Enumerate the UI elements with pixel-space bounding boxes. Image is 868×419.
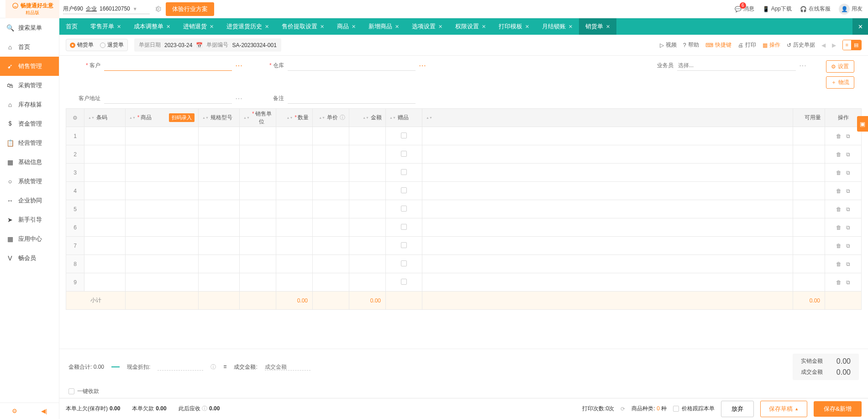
cell-price[interactable]	[313, 182, 349, 200]
delete-row-icon[interactable]: 🗑	[836, 279, 842, 286]
cell-spec[interactable]	[199, 273, 240, 292]
cell-gift[interactable]	[386, 200, 422, 218]
settings-button[interactable]: ⚙设置	[826, 60, 854, 73]
table-row[interactable]: 9🗑⧉	[66, 273, 862, 292]
sidebar-item-5[interactable]: ＄资金管理	[0, 114, 59, 133]
copy-row-icon[interactable]: ⧉	[846, 151, 850, 158]
cell-extra[interactable]	[422, 218, 793, 237]
doc-date[interactable]: 2023-03-24	[164, 42, 192, 48]
sort-icon[interactable]: ▲▼	[88, 117, 95, 119]
sort-icon[interactable]: ▲▼	[363, 117, 369, 119]
video-link[interactable]: ▷视频	[660, 41, 677, 49]
help-link[interactable]: ?帮助	[683, 41, 699, 49]
sidebar-item-2[interactable]: ➹销售管理	[0, 57, 59, 76]
cell-gift[interactable]	[386, 273, 422, 292]
copy-row-icon[interactable]: ⧉	[846, 206, 850, 212]
close-icon[interactable]: ✕	[482, 24, 486, 30]
scan-badge[interactable]: 扫码录入	[169, 113, 195, 122]
cell-spec[interactable]	[199, 218, 240, 237]
cell-product[interactable]	[126, 273, 199, 292]
cell-unit[interactable]	[240, 182, 276, 200]
copy-row-icon[interactable]: ⧉	[846, 188, 850, 194]
gift-checkbox[interactable]	[401, 279, 407, 285]
cell-gift[interactable]	[386, 164, 422, 182]
card-view-icon[interactable]: ▤	[851, 40, 861, 50]
calendar-icon[interactable]: 📅	[196, 42, 203, 48]
col-spec[interactable]: 规格型号	[210, 114, 232, 122]
settings-footer-button[interactable]: ⚙	[0, 403, 30, 419]
cell-extra[interactable]	[422, 127, 793, 145]
close-icon[interactable]: ✕	[525, 24, 529, 30]
user-company-link[interactable]: 企业	[86, 5, 97, 13]
cell-unit[interactable]	[240, 200, 276, 218]
table-row[interactable]: 5🗑⧉	[66, 200, 862, 218]
save-draft-button[interactable]: 保存草稿▲	[760, 401, 807, 417]
industry-cta-button[interactable]: 体验行业方案	[166, 2, 214, 16]
cell-qty[interactable]	[276, 273, 313, 292]
cell-amount[interactable]	[349, 218, 386, 237]
cell-extra[interactable]	[422, 145, 793, 164]
app-download-link[interactable]: 📱App下载	[763, 5, 792, 13]
copy-row-icon[interactable]: ⧉	[846, 279, 850, 286]
help-icon[interactable]: ⓘ	[210, 363, 216, 371]
radio-return-order[interactable]: 退货单	[100, 41, 124, 49]
close-all-tabs-button[interactable]: ✕	[852, 18, 868, 35]
cell-extra[interactable]	[422, 182, 793, 200]
help-icon[interactable]: ⓘ	[340, 114, 345, 122]
sort-icon[interactable]: ▲▼	[202, 117, 209, 119]
gift-checkbox[interactable]	[401, 169, 407, 175]
tab-4[interactable]: 进货退货历史✕	[220, 18, 275, 35]
sidebar-item-9[interactable]: ↔企业协同	[0, 191, 59, 210]
print-link[interactable]: 🖨打印	[738, 41, 756, 49]
ops-link[interactable]: ▦操作	[763, 41, 780, 49]
sidebar-item-1[interactable]: ⌂首页	[0, 37, 59, 57]
list-view-icon[interactable]: ≡	[843, 40, 851, 50]
cell-extra[interactable]	[422, 255, 793, 273]
sidebar-item-7[interactable]: ▦基础信息	[0, 153, 59, 172]
cell-unit[interactable]	[240, 237, 276, 255]
sort-icon[interactable]: ▲▼	[426, 117, 432, 119]
table-row[interactable]: 6🗑⧉	[66, 218, 862, 237]
sort-icon[interactable]: ▲▼	[129, 117, 136, 119]
table-row[interactable]: 4🗑⧉	[66, 182, 862, 200]
view-switch[interactable]: ≡▤	[842, 40, 862, 50]
history-link[interactable]: ↺历史单据	[787, 41, 815, 49]
collapse-footer-button[interactable]: ◀|	[30, 403, 59, 419]
cell-barcode[interactable]	[84, 145, 126, 164]
prev-doc-button[interactable]: ◀	[821, 42, 826, 48]
close-icon[interactable]: ✕	[606, 24, 610, 30]
salesman-input[interactable]	[677, 60, 796, 71]
tab-1[interactable]: 零售开单✕	[84, 18, 127, 35]
tab-2[interactable]: 成本调整单✕	[127, 18, 177, 35]
save-new-button[interactable]: 保存&新增	[814, 401, 862, 417]
next-doc-button[interactable]: ▶	[832, 42, 836, 48]
cell-gift[interactable]	[386, 255, 422, 273]
col-avail[interactable]: 可用量	[805, 114, 821, 122]
sidebar-item-0[interactable]: 🔍搜索菜单	[0, 18, 59, 37]
tab-8[interactable]: 选项设置✕	[405, 18, 449, 35]
cell-product[interactable]	[126, 127, 199, 145]
cell-price[interactable]	[313, 164, 349, 182]
delete-row-icon[interactable]: 🗑	[836, 224, 842, 231]
cell-barcode[interactable]	[84, 218, 126, 237]
cell-qty[interactable]	[276, 164, 313, 182]
cell-unit[interactable]	[240, 127, 276, 145]
cell-unit[interactable]	[240, 255, 276, 273]
gear-icon[interactable]	[154, 5, 161, 12]
close-icon[interactable]: ✕	[117, 24, 121, 30]
cell-spec[interactable]	[199, 255, 240, 273]
price-track-checkbox[interactable]: 价格跟踪本单	[673, 405, 715, 413]
help-icon[interactable]: ⓘ	[202, 405, 207, 412]
tab-0[interactable]: 首页	[59, 18, 84, 35]
cell-barcode[interactable]	[84, 255, 126, 273]
cell-amount[interactable]	[349, 255, 386, 273]
cell-price[interactable]	[313, 145, 349, 164]
gear-icon[interactable]: ⚙	[73, 115, 78, 121]
gift-checkbox[interactable]	[401, 242, 407, 248]
cell-spec[interactable]	[199, 145, 240, 164]
table-row[interactable]: 7🗑⧉	[66, 237, 862, 255]
support-link[interactable]: 🎧在线客服	[800, 5, 831, 13]
address-picker-icon[interactable]: ···	[236, 95, 243, 102]
tab-12[interactable]: 销货单✕	[579, 18, 616, 35]
cell-qty[interactable]	[276, 127, 313, 145]
